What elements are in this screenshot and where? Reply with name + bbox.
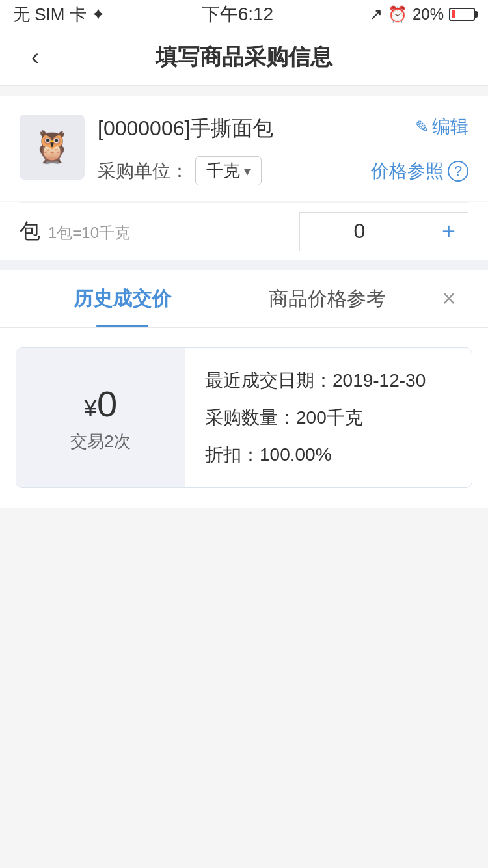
page-title: 填写商品采购信息 <box>156 42 332 72</box>
status-left: 无 SIM 卡 ✦ <box>13 3 105 26</box>
unit-sub: 1包=10千克 <box>48 223 130 243</box>
edit-icon: ✎ <box>415 117 429 137</box>
history-content: ¥0 交易2次 最近成交日期：2019-12-30 采购数量：200千克 折扣：… <box>0 328 488 508</box>
unit-label: 采购单位： 千克 ▾ <box>98 156 262 185</box>
nav-bar: ‹ 填写商品采购信息 <box>0 29 488 86</box>
main-background <box>0 508 488 868</box>
history-trade-count: 交易2次 <box>70 430 130 453</box>
quantity-label: 包 1包=10千克 <box>20 217 130 246</box>
currency-symbol: ¥ <box>84 395 97 422</box>
tab-history-label: 历史成交价 <box>74 286 171 312</box>
date-label: 最近成交日期： <box>205 370 332 390</box>
product-card: 🦉 [0000006]手撕面包 ✎ 编辑 采购单位： 千克 ▾ <box>0 96 488 201</box>
back-button[interactable]: ‹ <box>16 38 55 77</box>
dropdown-arrow-icon: ▾ <box>244 163 251 179</box>
unit-value: 千克 <box>206 159 240 182</box>
battery-percent: 20% <box>413 5 444 23</box>
discount-value: 100.00% <box>260 444 332 465</box>
tab-active-indicator <box>96 325 148 327</box>
location-icon: ↗ <box>370 5 383 23</box>
status-time: 下午6:12 <box>202 2 274 27</box>
history-price-panel: ¥0 交易2次 <box>16 348 185 487</box>
history-quantity-row: 采购数量：200千克 <box>205 403 452 433</box>
edit-button[interactable]: ✎ 编辑 <box>415 115 468 139</box>
unit-big: 包 <box>20 217 40 246</box>
product-info: [0000006]手撕面包 ✎ 编辑 采购单位： 千克 ▾ 价格参照 <box>98 115 468 185</box>
tab-panel: 历史成交价 商品价格参考 × ¥0 交易2次 最近成交日期：2019-12-30… <box>0 270 488 508</box>
quantity-input-group: + <box>299 212 468 251</box>
history-price-value: ¥0 <box>84 383 117 425</box>
product-name: [0000006]手撕面包 <box>98 115 273 143</box>
product-logo-icon: 🦉 <box>33 129 72 165</box>
tab-history-price[interactable]: 历史成交价 <box>20 270 224 327</box>
history-detail-panel: 最近成交日期：2019-12-30 采购数量：200千克 折扣：100.00% <box>185 348 472 487</box>
history-discount-row: 折扣：100.00% <box>205 441 452 470</box>
price-ref-label: 价格参照 <box>371 159 444 183</box>
help-icon: ? <box>448 161 468 182</box>
tab-close-button[interactable]: × <box>429 279 468 318</box>
sim-signal: 无 SIM 卡 ✦ <box>13 5 105 24</box>
history-date-row: 最近成交日期：2019-12-30 <box>205 366 452 396</box>
discount-label: 折扣： <box>205 444 260 465</box>
section-divider <box>0 260 488 270</box>
quantity-label-text: 采购数量： <box>205 407 296 427</box>
quantity-plus-button[interactable]: + <box>429 212 468 251</box>
tab-bar: 历史成交价 商品价格参考 × <box>0 270 488 328</box>
battery-indicator <box>449 8 475 21</box>
quantity-section: 包 1包=10千克 + <box>0 202 488 260</box>
edit-label: 编辑 <box>432 115 468 139</box>
status-right: ↗ ⏰ 20% <box>370 5 475 23</box>
product-thumbnail: 🦉 <box>20 115 85 180</box>
history-card: ¥0 交易2次 最近成交日期：2019-12-30 采购数量：200千克 折扣：… <box>16 347 472 488</box>
quantity-detail-value: 200千克 <box>296 407 363 427</box>
tab-product-price-ref[interactable]: 商品价格参考 <box>224 270 429 327</box>
tab-price-ref-label: 商品价格参考 <box>269 286 386 312</box>
quantity-input[interactable] <box>299 212 429 251</box>
price-ref-link[interactable]: 价格参照 ? <box>371 159 468 183</box>
alarm-icon: ⏰ <box>388 5 407 23</box>
status-bar: 无 SIM 卡 ✦ 下午6:12 ↗ ⏰ 20% <box>0 0 488 29</box>
unit-selector[interactable]: 千克 ▾ <box>195 156 262 185</box>
date-value: 2019-12-30 <box>332 370 426 390</box>
